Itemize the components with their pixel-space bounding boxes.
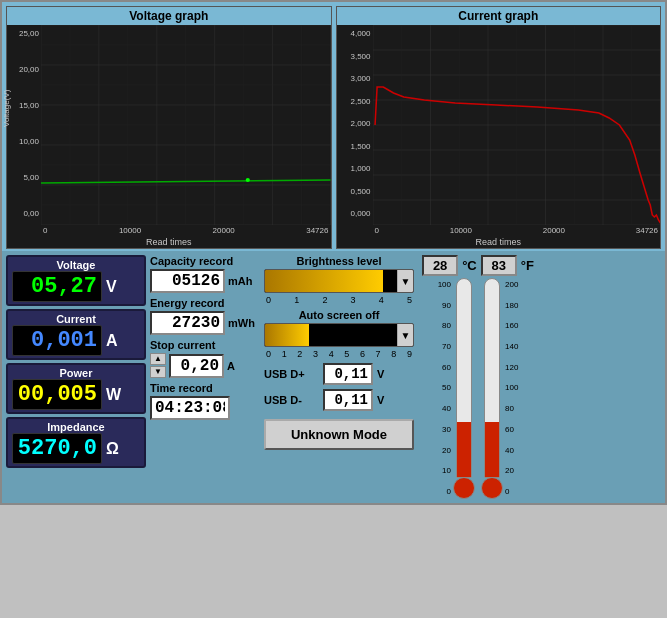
f-temp-120: 120 bbox=[505, 363, 518, 372]
c-temp-60: 60 bbox=[438, 363, 451, 372]
time-record-input[interactable] bbox=[150, 396, 230, 420]
voltage-group: Voltage 05,27 V bbox=[6, 255, 146, 306]
c-ytick-2: 3,000 bbox=[339, 74, 371, 83]
voltage-display: 05,27 bbox=[12, 271, 102, 302]
c-xtick-1: 10000 bbox=[450, 226, 472, 235]
brightness-label: Brightness level bbox=[264, 255, 414, 267]
current-group: Current 0,001 A bbox=[6, 309, 146, 360]
f-temp-40: 40 bbox=[505, 446, 518, 455]
voltage-label: Voltage bbox=[12, 259, 140, 271]
stop-current-down[interactable]: ▼ bbox=[150, 366, 166, 378]
c-temp-50: 50 bbox=[438, 383, 451, 392]
power-display: 00,005 bbox=[12, 379, 102, 410]
stop-current-input[interactable] bbox=[169, 354, 224, 378]
c-temp-100: 100 bbox=[438, 280, 451, 289]
f-temp-200: 200 bbox=[505, 280, 518, 289]
f-temp-180: 180 bbox=[505, 301, 518, 310]
records-column: Capacity record mAh Energy record mWh St… bbox=[150, 255, 260, 499]
capacity-record-row: mAh bbox=[150, 269, 260, 293]
c-temp-30: 30 bbox=[438, 425, 451, 434]
c-temp-0: 0 bbox=[438, 487, 451, 496]
usb-dp-input[interactable] bbox=[323, 363, 373, 385]
current-display: 0,001 bbox=[12, 325, 102, 356]
v-xtick-1: 10000 bbox=[119, 226, 141, 235]
voltage-unit: V bbox=[106, 278, 117, 296]
auto-tick-9: 9 bbox=[407, 349, 412, 359]
current-unit: A bbox=[106, 332, 118, 350]
v-ytick-5: 0,00 bbox=[9, 209, 39, 218]
v-ytick-4: 5,00 bbox=[9, 173, 39, 182]
fahrenheit-thermo: 200 180 160 140 120 100 80 60 40 20 0 bbox=[481, 278, 518, 499]
voltage-row: 05,27 V bbox=[12, 271, 140, 302]
thermometers-pair: 100 90 80 70 60 50 40 30 20 10 0 bbox=[438, 278, 519, 499]
voltage-graph-title: Voltage graph bbox=[7, 7, 331, 25]
current-label: Current bbox=[12, 313, 140, 325]
capacity-record-group: Capacity record mAh bbox=[150, 255, 260, 293]
v-xtick-0: 0 bbox=[43, 226, 47, 235]
usb-dm-unit: V bbox=[377, 394, 384, 406]
main-container: Voltage graph 25,00 20,00 15,00 10,00 5,… bbox=[0, 0, 667, 505]
usb-dp-label: USB D+ bbox=[264, 368, 319, 380]
celsius-unit: °C bbox=[462, 258, 477, 273]
c-temp-10: 10 bbox=[438, 466, 451, 475]
c-xtick-2: 20000 bbox=[543, 226, 565, 235]
capacity-record-input[interactable] bbox=[150, 269, 225, 293]
fahrenheit-bulb bbox=[481, 477, 503, 499]
auto-tick-1: 1 bbox=[282, 349, 287, 359]
bright-tick-2: 2 bbox=[322, 295, 327, 305]
c-ytick-3: 2,500 bbox=[339, 97, 371, 106]
v-ytick-0: 25,00 bbox=[9, 29, 39, 38]
auto-screen-off-section: Auto screen off ▼ 0 1 2 3 4 5 6 7 8 9 bbox=[264, 309, 414, 359]
bright-tick-5: 5 bbox=[407, 295, 412, 305]
impedance-group: Impedance 5270,0 Ω bbox=[6, 417, 146, 468]
usb-dm-label: USB D- bbox=[264, 394, 319, 406]
c-ytick-0: 4,000 bbox=[339, 29, 371, 38]
energy-record-input[interactable] bbox=[150, 311, 225, 335]
energy-record-row: mWh bbox=[150, 311, 260, 335]
impedance-label: Impedance bbox=[12, 421, 140, 433]
brightness-handle[interactable]: ▼ bbox=[397, 270, 413, 292]
right-column: Brightness level ▼ 0 1 2 3 4 5 Auto scre… bbox=[264, 255, 414, 499]
bright-tick-0: 0 bbox=[266, 295, 271, 305]
measurements-column: Voltage 05,27 V Current 0,001 A Power 00… bbox=[6, 255, 146, 499]
celsius-bulb bbox=[453, 477, 475, 499]
time-record-group: Time record bbox=[150, 382, 260, 420]
c-temp-90: 90 bbox=[438, 301, 451, 310]
auto-screen-handle[interactable]: ▼ bbox=[397, 324, 413, 346]
f-temp-0: 0 bbox=[505, 487, 518, 496]
graphs-row: Voltage graph 25,00 20,00 15,00 10,00 5,… bbox=[2, 2, 665, 251]
stop-current-up[interactable]: ▲ bbox=[150, 353, 166, 365]
c-ytick-8: 0,000 bbox=[339, 209, 371, 218]
c-xtick-3: 34726 bbox=[636, 226, 658, 235]
current-graph-title: Current graph bbox=[337, 7, 661, 25]
current-graph-container: Current graph 4,000 3,500 3,000 2,500 2,… bbox=[336, 6, 662, 249]
stop-current-unit: A bbox=[227, 360, 235, 372]
c-temp-20: 20 bbox=[438, 446, 451, 455]
auto-tick-8: 8 bbox=[391, 349, 396, 359]
auto-tick-7: 7 bbox=[376, 349, 381, 359]
fahrenheit-value-box: 83 bbox=[481, 255, 517, 276]
c-ytick-6: 1,000 bbox=[339, 164, 371, 173]
auto-tick-3: 3 bbox=[313, 349, 318, 359]
auto-tick-5: 5 bbox=[344, 349, 349, 359]
time-record-row bbox=[150, 396, 260, 420]
c-ytick-1: 3,500 bbox=[339, 52, 371, 61]
f-temp-20: 20 bbox=[505, 466, 518, 475]
unknown-mode-button[interactable]: Unknown Mode bbox=[264, 419, 414, 450]
voltage-graph-container: Voltage graph 25,00 20,00 15,00 10,00 5,… bbox=[6, 6, 332, 249]
f-temp-140: 140 bbox=[505, 342, 518, 351]
energy-record-group: Energy record mWh bbox=[150, 297, 260, 335]
v-ytick-3: 10,00 bbox=[9, 137, 39, 146]
c-temp-80: 80 bbox=[438, 321, 451, 330]
c-ytick-7: 0,500 bbox=[339, 187, 371, 196]
temperature-column: 28 °C 83 °F 100 90 80 70 60 50 40 bbox=[418, 255, 538, 499]
bright-tick-3: 3 bbox=[351, 295, 356, 305]
auto-tick-4: 4 bbox=[329, 349, 334, 359]
c-temp-70: 70 bbox=[438, 342, 451, 351]
celsius-value-box: 28 bbox=[422, 255, 458, 276]
current-graph-svg bbox=[373, 25, 661, 225]
usb-dm-input[interactable] bbox=[323, 389, 373, 411]
auto-screen-off-label: Auto screen off bbox=[264, 309, 414, 321]
v-xtick-3: 34726 bbox=[306, 226, 328, 235]
svg-point-23 bbox=[246, 178, 250, 182]
